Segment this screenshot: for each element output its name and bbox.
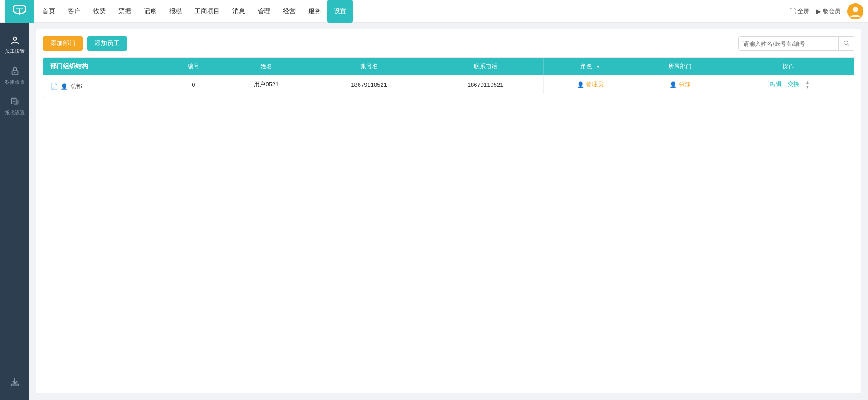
cell-name: 用户0521 [222,75,311,94]
search-box [738,36,854,51]
col-name: 姓名 [222,58,311,75]
employee-table: 编号 姓名 账号名 联系电话 角色 ▼ 所属部门 操作 [165,58,854,94]
cell-phone: 18679110521 [427,75,544,94]
filter-icon: ▼ [596,64,600,69]
sidebar-item-permissions[interactable]: 权限设置 [0,60,29,91]
col-phone: 联系电话 [427,58,544,75]
svg-point-1 [13,37,16,40]
cell-account: 18679110521 [311,75,427,94]
lock-icon [9,66,20,76]
search-input[interactable] [739,40,838,47]
file-icon: 📄 [50,83,58,90]
nav-item-service[interactable]: 服务 [302,0,327,23]
vip-button[interactable]: ▶ 畅会员 [816,7,840,15]
nav-item-bill[interactable]: 票据 [112,0,137,23]
col-role[interactable]: 角色 ▼ [543,58,637,75]
employee-icon [9,35,20,46]
nav-item-settings[interactable]: 设置 [327,0,353,23]
download-icon [9,377,20,388]
nav-items: 首页 客户 收费 票据 记账 报税 工商项目 消息 管理 经营 服务 设置 [36,0,789,23]
sidebar-item-tax-settings[interactable]: 报税设置 [0,91,29,122]
nav-item-business[interactable]: 工商项目 [188,0,226,23]
svg-rect-7 [11,384,19,386]
page-content: 添加部门 添加员工 部门组织结构 [36,29,861,393]
sidebar-download-button[interactable] [0,372,29,393]
table-header: 编号 姓名 账号名 联系电话 角色 ▼ 所属部门 操作 [165,58,854,75]
nav-item-home[interactable]: 首页 [36,0,61,23]
tax-icon [9,96,20,107]
add-staff-button[interactable]: 添加员工 [87,36,127,51]
content-area: 添加部门 添加员工 部门组织结构 [29,23,868,400]
svg-line-9 [848,44,849,45]
user-icon: 👤 [61,83,68,90]
nav-item-tax[interactable]: 报税 [163,0,188,23]
col-actions: 操作 [723,58,854,75]
fullscreen-icon: ⛶ [789,8,796,15]
col-dept: 所属部门 [637,58,723,75]
scroll-up-arrow[interactable]: ▲ ▼ [805,80,810,89]
toolbar: 添加部门 添加员工 [43,36,854,51]
cell-role: 👤 管理员 [543,75,637,94]
table-row: 0 用户0521 18679110521 18679110521 👤 管理员 [165,75,854,94]
transfer-button[interactable]: 交接 [788,80,799,87]
main-area: 部门组织结构 📄 👤 总部 编号 [43,57,854,98]
cell-actions: 编辑 交接 ▲ ▼ [723,75,854,94]
sidebar-item-employee[interactable]: 员工设置 [0,29,29,60]
sidebar: 员工设置 权限设置 报税设置 [0,23,29,400]
add-dept-button[interactable]: 添加部门 [43,36,83,51]
svg-point-3 [14,72,15,73]
dept-panel: 部门组织结构 📄 👤 总部 [43,58,165,98]
table-body: 0 用户0521 18679110521 18679110521 👤 管理员 [165,75,854,94]
vip-icon: ▶ [816,8,821,15]
dept-tree: 📄 👤 总部 [43,75,165,98]
nav-item-client[interactable]: 客户 [61,0,87,23]
fullscreen-button[interactable]: ⛶ 全屏 [789,7,809,15]
top-navigation: 首页 客户 收费 票据 记账 报税 工商项目 消息 管理 经营 服务 设置 ⛶ … [0,0,868,23]
cell-dept: 👤 总部 [637,75,723,94]
dept-tree-item[interactable]: 📄 👤 总部 [48,80,160,93]
avatar[interactable] [847,3,863,19]
dept-panel-header: 部门组织结构 [43,58,165,75]
svg-point-0 [853,7,858,12]
nav-item-operation[interactable]: 经营 [277,0,302,23]
nav-item-manage[interactable]: 管理 [251,0,277,23]
table-panel: 编号 姓名 账号名 联系电话 角色 ▼ 所属部门 操作 [165,58,854,98]
col-id: 编号 [165,58,222,75]
dept-user-icon: 👤 [670,81,677,88]
nav-right: ⛶ 全屏 ▶ 畅会员 [789,3,863,19]
dept-name: 总部 [71,82,82,90]
nav-item-fee[interactable]: 收费 [87,0,112,23]
nav-item-account[interactable]: 记账 [137,0,163,23]
nav-item-message[interactable]: 消息 [226,0,251,23]
col-account: 账号名 [311,58,427,75]
role-user-icon: 👤 [577,81,584,88]
svg-rect-4 [11,98,16,104]
search-button[interactable] [838,37,854,50]
cell-id: 0 [165,75,222,94]
main-layout: 员工设置 权限设置 报税设置 [0,23,868,400]
logo[interactable] [5,0,34,23]
edit-button[interactable]: 编辑 [770,80,782,87]
